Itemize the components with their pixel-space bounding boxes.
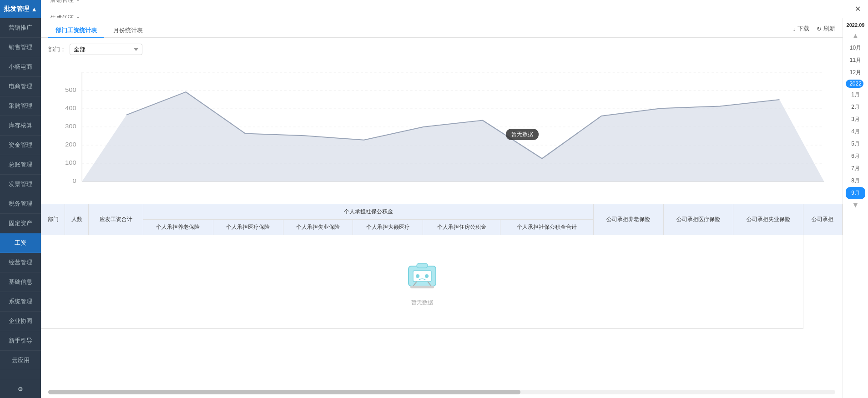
- sidebar-item-caigou[interactable]: 采购管理: [0, 96, 41, 116]
- tab-close-store[interactable]: ×: [76, 0, 80, 3]
- sidebar-item-jichu[interactable]: 基础信息: [0, 272, 41, 292]
- timeline-month-7月[interactable]: 7月: [846, 162, 865, 175]
- svg-rect-19: [417, 263, 428, 268]
- sub-tab-actions: ↓ 下载 ↻ 刷新: [793, 25, 836, 36]
- svg-text:300: 300: [65, 123, 76, 129]
- col-personal-pension: 个人承担养老保险: [143, 220, 213, 235]
- sidebar-toggle-icon: ▲: [31, 5, 37, 13]
- tab-bar: 首页门店商品目录×销货单×店铺管理×生成凭证×应收应付调整单×工资表×工资统计报…: [41, 0, 868, 18]
- tab-close-produce[interactable]: ×: [76, 15, 80, 19]
- timeline-month-11月[interactable]: 11月: [846, 54, 865, 66]
- sidebar-item-zijin[interactable]: 资金管理: [0, 136, 41, 155]
- timeline-month-2月[interactable]: 2月: [846, 101, 865, 113]
- tab-bar-right: ✕: [851, 5, 864, 13]
- sidebar-item-zhangzhang[interactable]: 总账管理: [0, 155, 41, 175]
- sidebar-item-xiaochang[interactable]: 小畅电商: [0, 57, 41, 77]
- empty-text: 暂无数据: [411, 299, 433, 307]
- col-company-unemployment: 公司承担失业保险: [733, 204, 803, 235]
- sidebar-header[interactable]: 批发管理 ▲: [0, 0, 41, 18]
- refresh-action[interactable]: ↻ 刷新: [817, 25, 835, 33]
- tab-bar-close-all[interactable]: ✕: [855, 5, 861, 13]
- chart-area: 0 100 200 300 400 500 暂无数据: [41, 60, 843, 204]
- timeline-down-nav[interactable]: ▼: [843, 199, 868, 211]
- sidebar-item-gudingzichan[interactable]: 固定资产: [0, 214, 41, 233]
- svg-marker-14: [82, 92, 824, 181]
- tab-store[interactable]: 店铺管理×: [45, 0, 103, 9]
- svg-point-18: [425, 274, 429, 278]
- sidebar-item-dianshang[interactable]: 电商管理: [0, 77, 41, 96]
- refresh-icon: ↻: [817, 25, 822, 32]
- timeline-month-1月[interactable]: 1月: [846, 89, 865, 101]
- timeline-month-8月[interactable]: 8月: [846, 175, 865, 187]
- col-company-medical: 公司承担医疗保险: [663, 204, 733, 235]
- timeline-month-10月[interactable]: 10月: [846, 42, 865, 54]
- sub-tab-monthly[interactable]: 月份统计表: [106, 24, 150, 38]
- timeline-month-9月[interactable]: 9月: [846, 187, 865, 199]
- table-wrapper: 部门 人数 应发工资合计 个人承担社保公积金 公司承担养老保险 公司承担医疗保险…: [41, 204, 843, 390]
- col-company-pension: 公司承担养老保险: [593, 204, 663, 235]
- col-personal-total: 个人承担社保公积金合计: [500, 220, 593, 235]
- scrollbar-thumb: [48, 390, 520, 394]
- content-area: 部门工资统计表月份统计表 ↓ 下载 ↻ 刷新 部门： 全部行政部财务部销售部技术…: [41, 18, 868, 398]
- timeline-panel: 2022.09 ▲ 10月11月12月20221月2月3月4月5月6月7月8月9…: [843, 18, 868, 398]
- svg-point-17: [416, 274, 419, 278]
- sidebar-item-gongzi[interactable]: 工资: [0, 233, 41, 253]
- sub-tab-dept[interactable]: 部门工资统计表: [48, 24, 104, 38]
- download-label: 下载: [797, 25, 809, 33]
- col-personal-housing: 个人承担住房公积金: [423, 220, 500, 235]
- empty-icon: [404, 257, 440, 293]
- sub-tab-bar: 部门工资统计表月份统计表 ↓ 下载 ↻ 刷新: [41, 18, 843, 38]
- sidebar-item-xitong[interactable]: 系统管理: [0, 292, 41, 312]
- timeline-month-3月[interactable]: 3月: [846, 113, 865, 126]
- sub-tab-left: 部门工资统计表月份统计表: [48, 24, 150, 37]
- col-personal-group: 个人承担社保公积金: [143, 204, 594, 220]
- timeline-current-date[interactable]: 2022.09: [843, 20, 868, 30]
- sidebar-item-shuiwu[interactable]: 税务管理: [0, 194, 41, 214]
- timeline-month-5月[interactable]: 5月: [846, 138, 865, 150]
- salary-table: 部门 人数 应发工资合计 个人承担社保公积金 公司承担养老保险 公司承担医疗保险…: [41, 204, 843, 329]
- sidebar-item-yingxiao[interactable]: 营销推广: [0, 18, 41, 38]
- sidebar: 批发管理 ▲ 营销推广销售管理小畅电商电商管理采购管理库存核算资金管理总账管理发…: [0, 0, 41, 398]
- svg-text:500: 500: [65, 87, 76, 93]
- col-count: 人数: [65, 204, 89, 235]
- sidebar-item-xinshou[interactable]: 新手引导: [0, 331, 41, 351]
- download-action[interactable]: ↓ 下载: [793, 25, 810, 33]
- sidebar-item-jingying[interactable]: 经营管理: [0, 253, 41, 272]
- svg-text:0: 0: [73, 178, 76, 184]
- timeline-year-2022[interactable]: 2022: [846, 80, 863, 88]
- timeline-items: 10月11月12月20221月2月3月4月5月6月7月8月9月: [846, 42, 865, 199]
- dept-filter-label: 部门：: [48, 45, 66, 54]
- download-icon: ↓: [793, 25, 796, 32]
- timeline-up-nav[interactable]: ▲: [843, 30, 868, 42]
- timeline-month-12月[interactable]: 12月: [846, 66, 865, 79]
- dept-filter-select[interactable]: 全部行政部财务部销售部技术部: [70, 44, 142, 55]
- col-personal-major-medical: 个人承担大额医疗: [353, 220, 423, 235]
- sidebar-item-xiaoshou[interactable]: 销售管理: [0, 38, 41, 57]
- svg-text:200: 200: [65, 141, 76, 147]
- svg-text:100: 100: [65, 160, 76, 166]
- sidebar-items: 营销推广销售管理小畅电商电商管理采购管理库存核算资金管理总账管理发票管理税务管理…: [0, 18, 41, 370]
- sidebar-footer[interactable]: ⚙: [0, 380, 41, 398]
- col-dept: 部门: [41, 204, 65, 235]
- col-total-salary: 应发工资合计: [89, 204, 143, 235]
- col-personal-medical: 个人承担医疗保险: [213, 220, 283, 235]
- horizontal-scrollbar[interactable]: [48, 390, 835, 394]
- refresh-label: 刷新: [823, 25, 835, 33]
- timeline-month-6月[interactable]: 6月: [846, 150, 865, 162]
- col-company-other: 公司承担: [803, 204, 842, 235]
- svg-text:400: 400: [65, 105, 76, 111]
- sidebar-title: 批发管理: [4, 5, 29, 13]
- sidebar-item-qiye[interactable]: 企业协同: [0, 312, 41, 331]
- sidebar-item-kucun[interactable]: 库存核算: [0, 116, 41, 136]
- empty-state: 暂无数据: [44, 239, 800, 325]
- sidebar-item-fapiao[interactable]: 发票管理: [0, 175, 41, 194]
- filter-bar: 部门： 全部行政部财务部销售部技术部: [41, 38, 843, 60]
- tab-items: 首页门店商品目录×销货单×店铺管理×生成凭证×应收应付调整单×工资表×工资统计报…: [45, 0, 103, 18]
- page-body: 部门工资统计表月份统计表 ↓ 下载 ↻ 刷新 部门： 全部行政部财务部销售部技术…: [41, 18, 843, 398]
- settings-icon: ⚙: [18, 386, 23, 393]
- chart-svg: 0 100 200 300 400 500: [48, 68, 835, 195]
- svg-rect-20: [410, 286, 434, 288]
- timeline-month-4月[interactable]: 4月: [846, 126, 865, 138]
- tab-produce[interactable]: 生成凭证×: [45, 9, 103, 19]
- sidebar-item-yunyingyong[interactable]: 云应用: [0, 351, 41, 370]
